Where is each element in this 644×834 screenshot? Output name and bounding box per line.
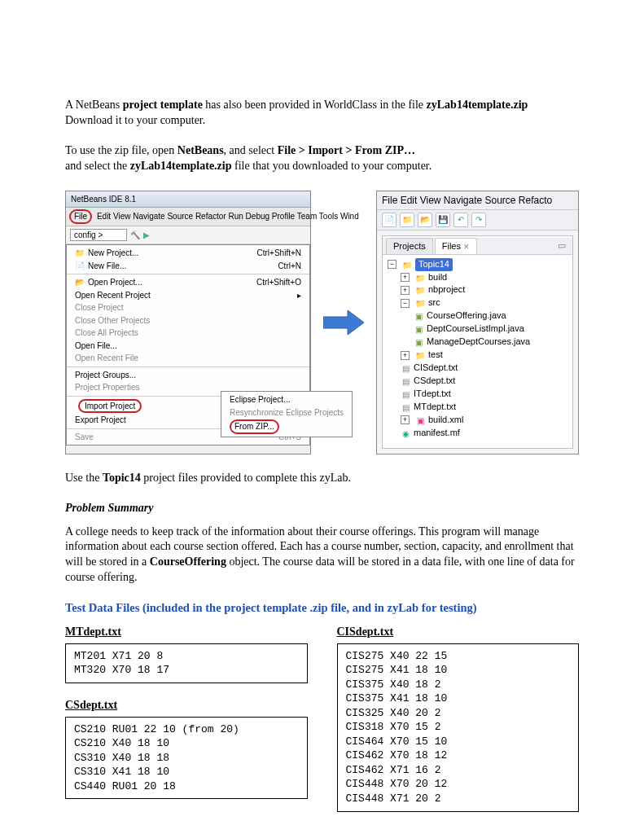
java-file-icon: ▣	[414, 337, 423, 347]
intro-p1: A NetBeans project template has also bee…	[65, 98, 579, 129]
submenu-eclipse-project[interactable]: Eclipse Project...	[221, 393, 352, 406]
text-file-icon: ▤	[401, 376, 410, 386]
hammer-icon[interactable]: 🔨	[130, 230, 140, 241]
tree-nbproject[interactable]: +📁nbproject	[388, 283, 567, 296]
config-dropdown[interactable]: config >	[70, 229, 127, 242]
menu-project-groups[interactable]: Project Groups...	[67, 369, 309, 382]
tree-txt-file[interactable]: ▤ITdept.txt	[388, 388, 567, 401]
netbeans-file-menu-screenshot: NetBeans IDE 8.1 File Edit View Navigate…	[65, 191, 311, 454]
tree-manifest[interactable]: ◉manifest.mf	[388, 427, 567, 440]
menu-open-recent-project[interactable]: Open Recent Project▸	[67, 289, 309, 302]
folder-icon: 📁	[415, 273, 425, 283]
emph-project-template: project template	[123, 99, 203, 111]
tb-redo-icon[interactable]: ↷	[471, 213, 486, 227]
menu-close-all-projects[interactable]: Close All Projects	[67, 327, 309, 340]
nb-titlebar: NetBeans IDE 8.1	[66, 191, 310, 208]
emph-zip-name: zyLab14template.zip	[427, 99, 528, 111]
files-row: MTdept.txt MT201 X71 20 8 MT320 X70 18 1…	[65, 625, 579, 827]
csdept-box: CS210 RU01 22 10 (from 20) CS210 X40 18 …	[65, 717, 308, 800]
submenu-resync[interactable]: Resynchronize Eclipse Projects	[221, 406, 352, 419]
menu-file-circled[interactable]: File	[69, 209, 92, 224]
test-data-heading: Test Data Files (included in the project…	[65, 600, 579, 617]
from-zip-circled: From ZIP...	[230, 419, 279, 434]
tb-save-all-icon[interactable]: 💾	[436, 213, 450, 227]
pane-minimize-icon[interactable]: ▭	[554, 238, 569, 254]
svg-marker-0	[323, 310, 364, 335]
tree-src-file[interactable]: ▣DeptCourseListImpl.java	[388, 323, 567, 336]
menu-open-recent-file[interactable]: Open Recent File	[67, 352, 309, 365]
java-file-icon: ▣	[414, 324, 423, 334]
file-tree: −📁Topic14 +📁build +📁nbproject −📁src ▣Cou…	[383, 255, 572, 443]
menu-close-other-projects[interactable]: Close Other Projects	[67, 314, 309, 327]
toggle-icon[interactable]: +	[401, 273, 410, 282]
xml-file-icon: ▣	[415, 415, 425, 425]
folder-icon: 📁	[415, 298, 425, 308]
tab-projects[interactable]: Projects	[386, 238, 433, 254]
toggle-icon[interactable]: −	[401, 299, 410, 308]
toggle-icon[interactable]: +	[401, 286, 410, 295]
use-topic14-line: Use the Topic14 project files provided t…	[65, 471, 579, 486]
import-project-circled: Import Project	[78, 399, 142, 414]
run-icon[interactable]: ▶	[143, 230, 150, 241]
tree-txt-file[interactable]: ▤MTdept.txt	[388, 401, 567, 414]
menu-open-project[interactable]: 📂Open Project... Ctrl+Shift+O	[67, 276, 309, 289]
tb-new-file-icon[interactable]: 📄	[382, 213, 396, 227]
mtdept-title: MTdept.txt	[65, 625, 308, 640]
menu-close-project[interactable]: Close Project	[67, 301, 309, 314]
text-file-icon: ▤	[401, 363, 410, 373]
tree-test[interactable]: +📁test	[388, 349, 567, 362]
mtdept-box: MT201 X71 20 8 MT320 X70 18 17	[65, 643, 308, 683]
text-file-icon: ▤	[401, 389, 410, 399]
files-pane: Projects Files ✕ ▭ −📁Topic14 +📁build +📁n…	[382, 235, 573, 449]
netbeans-files-tree-screenshot: File Edit View Navigate Source Refacto 📄…	[376, 191, 579, 454]
right-files-col: CISdept.txt CIS275 X40 22 15 CIS275 X41 …	[337, 625, 580, 827]
submenu-from-zip-row[interactable]: From ZIP...	[221, 419, 352, 435]
menu-open-file[interactable]: Open File...	[67, 340, 309, 353]
text-file-icon: ▤	[401, 402, 410, 412]
problem-summary-heading: Problem Summary	[65, 501, 579, 516]
cisdept-box: CIS275 X40 22 15 CIS275 X41 18 10 CIS375…	[337, 643, 580, 812]
toggle-icon[interactable]: +	[401, 415, 410, 424]
tab-close-icon[interactable]: ✕	[463, 243, 470, 251]
tree-src-file[interactable]: ▣CourseOffering.java	[388, 309, 567, 323]
nb2-toolbar: 📄 📁 📂 💾 ↶ ↷	[377, 210, 578, 230]
java-file-icon: ▣	[414, 311, 423, 321]
nb-toolbar: config > 🔨 ▶	[66, 226, 310, 245]
problem-summary-body: A college needs to keep track of the inf…	[65, 525, 579, 586]
import-submenu: Eclipse Project... Resynchronize Eclipse…	[221, 391, 353, 437]
tb-open-icon[interactable]: 📂	[418, 213, 432, 227]
screenshots-row: NetBeans IDE 8.1 File Edit View Navigate…	[65, 191, 579, 454]
mf-file-icon: ◉	[401, 428, 410, 438]
right-arrow-icon	[323, 309, 364, 336]
tree-src-file[interactable]: ▣ManageDeptCourses.java	[388, 336, 567, 349]
tb-new-project-icon[interactable]: 📁	[400, 213, 414, 227]
nb2-menubar: File Edit View Navigate Source Refacto	[377, 191, 578, 210]
folder-icon: 📁	[415, 350, 425, 360]
new-file-icon: 📄	[75, 261, 85, 272]
tree-root[interactable]: −📁Topic14	[388, 258, 567, 271]
tree-build-xml[interactable]: +▣build.xml	[388, 414, 567, 427]
toggle-icon[interactable]: +	[401, 351, 410, 360]
intro-p2: To use the zip file, open NetBeans, and …	[65, 143, 579, 174]
menu-new-file[interactable]: 📄New File... Ctrl+N	[67, 260, 309, 273]
nb-menubar: File Edit View Navigate Source Refactor …	[66, 208, 310, 226]
folder-icon: 📁	[402, 260, 412, 270]
tree-txt-file[interactable]: ▤CSdept.txt	[388, 375, 567, 388]
csdept-title: CSdept.txt	[65, 698, 308, 713]
new-project-icon: 📁	[75, 248, 85, 259]
folder-icon: 📁	[415, 285, 425, 295]
tree-src[interactable]: −📁src	[388, 296, 567, 309]
left-files-col: MTdept.txt MT201 X71 20 8 MT320 X70 18 1…	[65, 625, 308, 827]
tree-build[interactable]: +📁build	[388, 271, 567, 284]
tree-txt-file[interactable]: ▤CISdept.txt	[388, 362, 567, 375]
toggle-icon[interactable]: −	[388, 260, 396, 269]
open-project-icon: 📂	[75, 277, 85, 288]
pane-tabs: Projects Files ✕ ▭	[383, 238, 572, 255]
cisdept-title: CISdept.txt	[337, 625, 580, 640]
tb-undo-icon[interactable]: ↶	[453, 213, 468, 227]
menu-new-project[interactable]: 📁New Project... Ctrl+Shift+N	[67, 247, 309, 260]
tab-files[interactable]: Files ✕	[435, 238, 477, 254]
